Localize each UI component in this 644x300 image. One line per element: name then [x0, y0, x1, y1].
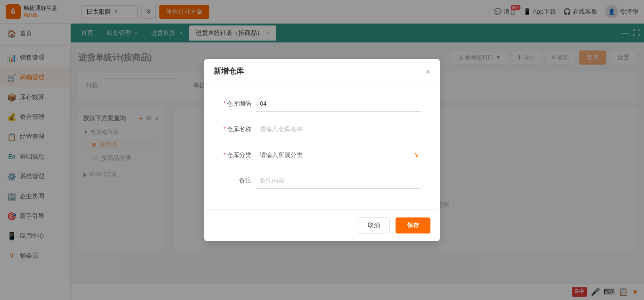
category-dropdown-icon: ∨ [414, 151, 421, 158]
required-star-2: * [223, 125, 226, 133]
modal-overlay[interactable]: 新增仓库 × *仓库编码 *仓库名称 *仓库分类 [0, 0, 644, 300]
warehouse-name-input[interactable] [256, 121, 421, 137]
form-row-remarks: 备注 [223, 173, 421, 189]
modal-title: 新增仓库 [214, 67, 244, 76]
save-button[interactable]: 保存 [396, 217, 430, 233]
warehouse-category-label: *仓库分类 [223, 151, 256, 159]
modal-footer: 取消 保存 [204, 209, 440, 241]
required-star-3: * [223, 151, 226, 158]
modal-close-button[interactable]: × [425, 67, 430, 76]
modal-body: *仓库编码 *仓库名称 *仓库分类 ∨ [204, 84, 440, 209]
remarks-label: 备注 [223, 176, 256, 185]
modal-header: 新增仓库 × [204, 59, 440, 84]
form-row-warehouse-category: *仓库分类 ∨ [223, 147, 421, 163]
form-row-warehouse-name: *仓库名称 [223, 121, 421, 137]
warehouse-code-input[interactable] [256, 96, 421, 112]
cancel-button[interactable]: 取消 [358, 217, 390, 233]
warehouse-name-label: *仓库名称 [223, 125, 256, 133]
warehouse-category-input[interactable] [256, 147, 414, 163]
warehouse-code-label: *仓库编码 [223, 100, 256, 108]
warehouse-category-select[interactable]: ∨ [256, 147, 421, 163]
form-row-warehouse-code: *仓库编码 [223, 96, 421, 112]
add-warehouse-modal: 新增仓库 × *仓库编码 *仓库名称 *仓库分类 [204, 59, 440, 241]
remarks-input[interactable] [256, 173, 421, 189]
required-star-1: * [223, 100, 226, 107]
